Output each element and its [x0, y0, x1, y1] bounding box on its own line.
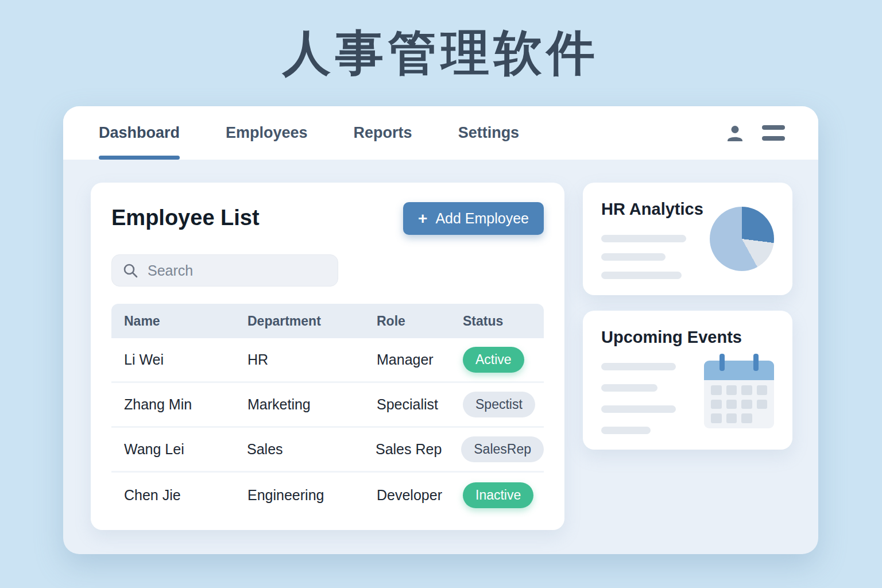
cell-role: Sales Rep	[376, 441, 461, 458]
table-row[interactable]: Chen Jie Engineering Developer Inactive	[111, 473, 544, 517]
table-row[interactable]: Zhang Min Marketing Specialist Spectist	[111, 383, 544, 428]
status-badge: Inactive	[463, 482, 533, 508]
nav-bar: Dashboard Employees Reports Settings	[63, 106, 818, 160]
content-area: Employee List + Add Employee Name Depart…	[63, 160, 818, 530]
pie-chart	[710, 207, 774, 271]
upcoming-events-card: Upcoming Events	[583, 311, 792, 450]
cell-name: Wang Lei	[111, 441, 247, 458]
cell-department: Engineering	[247, 487, 377, 504]
hr-analytics-title: HR Analytics	[601, 200, 703, 219]
column-header-name: Name	[111, 314, 247, 329]
employee-table: Name Department Role Status Li Wei HR Ma…	[111, 304, 544, 517]
page-title: 人事管理软件	[0, 0, 882, 86]
add-employee-button[interactable]: + Add Employee	[403, 202, 544, 235]
tab-settings[interactable]: Settings	[458, 106, 520, 160]
search-icon	[122, 262, 138, 278]
tab-employees[interactable]: Employees	[226, 106, 308, 160]
column-header-role: Role	[377, 314, 463, 329]
nav-actions	[725, 123, 785, 143]
search-box	[111, 254, 338, 287]
add-employee-label: Add Employee	[435, 210, 529, 227]
cell-name: Li Wei	[111, 351, 247, 368]
cell-department: Sales	[247, 441, 376, 458]
employee-list-panel: Employee List + Add Employee Name Depart…	[91, 183, 564, 530]
search-input[interactable]	[148, 262, 327, 279]
column-header-department: Department	[247, 314, 377, 329]
calendar-icon	[704, 361, 774, 428]
tab-dashboard[interactable]: Dashboard	[99, 106, 180, 160]
plus-icon: +	[418, 211, 427, 227]
cell-name: Chen Jie	[111, 487, 247, 504]
events-placeholder-lines	[601, 363, 676, 434]
table-row[interactable]: Li Wei HR Manager Active	[111, 338, 544, 383]
user-icon[interactable]	[725, 123, 745, 143]
status-badge: Active	[463, 347, 524, 373]
table-row[interactable]: Wang Lei Sales Sales Rep SalesRep	[111, 428, 544, 473]
hr-analytics-card: HR Analytics	[583, 183, 792, 295]
column-header-status: Status	[463, 314, 544, 329]
cell-role: Manager	[377, 351, 463, 368]
table-header: Name Department Role Status	[111, 304, 544, 338]
cell-role: Developer	[377, 487, 463, 504]
sidebar: HR Analytics Upcoming Events	[583, 183, 792, 530]
status-badge: SalesRep	[461, 436, 544, 462]
cell-department: HR	[247, 351, 377, 368]
status-badge: Spectist	[463, 392, 535, 417]
analytics-placeholder-lines	[601, 235, 703, 279]
cell-name: Zhang Min	[111, 396, 247, 413]
tab-reports[interactable]: Reports	[354, 106, 412, 160]
panel-title: Employee List	[111, 202, 260, 230]
app-window: Dashboard Employees Reports Settings Emp…	[63, 106, 818, 554]
menu-icon[interactable]	[762, 125, 785, 141]
cell-department: Marketing	[247, 396, 377, 413]
cell-role: Specialist	[377, 396, 463, 413]
upcoming-events-title: Upcoming Events	[601, 328, 774, 347]
